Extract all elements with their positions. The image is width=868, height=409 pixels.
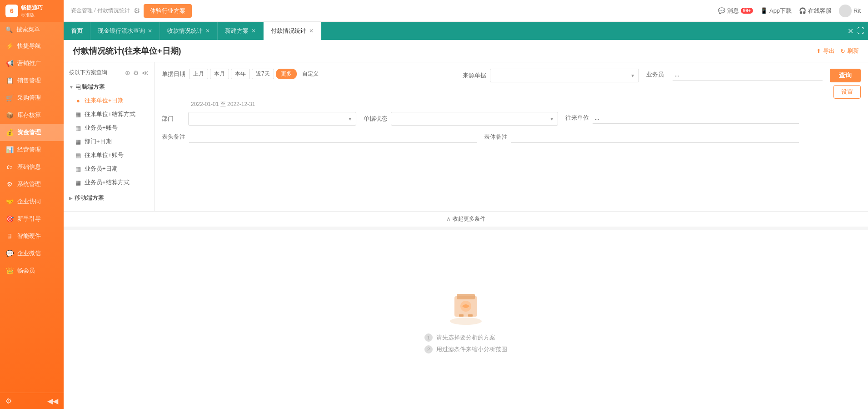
- scheme-pc-arrow-icon: ▼: [69, 85, 74, 90]
- sidebar-item-label: 畅会员: [17, 267, 35, 275]
- tab-close-bank-flow[interactable]: ✕: [148, 28, 152, 34]
- filter-row-3: 表头备注 表体备注: [162, 131, 861, 143]
- date-btn-this-month[interactable]: 本月: [210, 69, 229, 79]
- enterprise-icon: 🤝: [5, 197, 14, 206]
- sidebar-item-marketing[interactable]: 📢 营销推广: [0, 55, 64, 72]
- settings-button[interactable]: 设置: [833, 85, 861, 99]
- sidebar-collapse-icon[interactable]: ◀◀: [47, 397, 58, 405]
- svg-point-0: [450, 318, 482, 325]
- finance-icon: 💰: [5, 128, 14, 136]
- scheme-item-active-icon: ●: [75, 97, 82, 104]
- query-button[interactable]: 查询: [830, 69, 861, 82]
- scheme-pc-header[interactable]: ▼ 电脑端方案: [64, 80, 154, 94]
- top-header: 资金管理 / 付款情况统计 ⚙ 体验行业方案 💬 消息 99+ 📱 App下载 …: [64, 0, 868, 22]
- sidebar-item-system[interactable]: ⚙ 系统管理: [0, 176, 64, 193]
- tab-close-new-plan[interactable]: ✕: [251, 28, 256, 34]
- header-right: 💬 消息 99+ 📱 App下载 🎧 在线客服 Rit: [718, 5, 861, 17]
- tab-bank-flow-label: 现金银行流水查询: [98, 27, 145, 35]
- empty-state: 1 请先选择要分析的方案 2 用过滤条件来缩小分析范围: [64, 230, 868, 409]
- member-icon: 👑: [5, 267, 14, 275]
- tip-text-2: 用过滤条件来缩小分析范围: [436, 345, 507, 353]
- user-area[interactable]: Rit: [839, 5, 861, 17]
- sidebar-item-basic[interactable]: 🗂 基础信息: [0, 158, 64, 176]
- header-gear-icon[interactable]: ⚙: [134, 6, 140, 15]
- tab-new-plan[interactable]: 新建方案 ✕: [218, 22, 264, 40]
- body-remark-input[interactable]: [511, 131, 799, 143]
- sidebar-item-inventory[interactable]: 📦 库存核算: [0, 106, 64, 124]
- sidebar-settings-icon[interactable]: ⚙: [5, 397, 12, 405]
- sidebar-item-operations[interactable]: 📊 经营管理: [0, 141, 64, 158]
- tab-payment-stats[interactable]: 付款情况统计 ✕: [264, 22, 321, 40]
- scheme-item-staff-account[interactable]: ▦ 业务员+账号: [64, 121, 154, 135]
- collapse-bar[interactable]: ∧ 收起更多条件: [64, 211, 868, 227]
- staff-input[interactable]: [673, 69, 823, 81]
- tab-home[interactable]: 首页: [64, 22, 90, 40]
- tab-bank-flow[interactable]: 现金银行流水查询 ✕: [90, 22, 160, 40]
- sidebar-search[interactable]: 🔍 搜索菜单: [0, 22, 64, 37]
- sidebar-item-sales[interactable]: 📋 销售管理: [0, 72, 64, 89]
- svg-rect-5: [468, 314, 473, 317]
- sidebar-item-member[interactable]: 👑 畅会员: [0, 262, 64, 279]
- tab-receipts[interactable]: 收款情况统计 ✕: [160, 22, 218, 40]
- scheme-item-icon-4: ▤: [75, 151, 82, 159]
- export-icon: ⬆: [816, 48, 821, 55]
- scheme-mobile-header[interactable]: ▶ 移动端方案: [64, 191, 154, 205]
- dept-select[interactable]: ▼: [188, 112, 356, 126]
- trial-button[interactable]: 体验行业方案: [144, 4, 192, 18]
- date-btn-more[interactable]: 更多: [276, 69, 297, 79]
- action-buttons: 查询 设置: [830, 69, 861, 99]
- tab-bar-expand-icon[interactable]: ⛶: [857, 27, 864, 35]
- export-button[interactable]: ⬆ 导出: [816, 47, 835, 55]
- tab-close-payment-stats[interactable]: ✕: [309, 28, 314, 34]
- app-download-action[interactable]: 📱 App下载: [760, 7, 792, 15]
- scheme-item-staff-date[interactable]: ▦ 业务员+日期: [64, 162, 154, 176]
- scheme-header: 按以下方案查询 ⊕ ⚙ ≪: [64, 67, 154, 80]
- source-select[interactable]: ▼: [490, 69, 639, 82]
- date-btn-custom[interactable]: 自定义: [299, 69, 322, 79]
- sidebar-item-label: 系统管理: [17, 180, 41, 188]
- scheme-item-unit-account[interactable]: ▤ 往来单位+账号: [64, 148, 154, 162]
- filter-voucher-group: 单据状态 ▼: [364, 112, 558, 126]
- refresh-button[interactable]: ↻ 刷新: [840, 47, 859, 55]
- scheme-item-dept-date[interactable]: ▦ 部门+日期: [64, 135, 154, 148]
- sidebar-item-wechat[interactable]: 💬 企业微信: [0, 245, 64, 262]
- scheme-collapse-icon[interactable]: ≪: [142, 69, 149, 76]
- date-btn-7days[interactable]: 近7天: [252, 69, 274, 79]
- filter-source-group: 来源单据 ▼: [463, 69, 639, 82]
- partner-input[interactable]: [593, 112, 799, 124]
- scheme-settings-icon[interactable]: ⚙: [133, 69, 139, 76]
- tip-item-2: 2 用过滤条件来缩小分析范围: [424, 345, 507, 353]
- message-action[interactable]: 💬 消息 99+: [718, 7, 753, 15]
- scheme-add-icon[interactable]: ⊕: [125, 69, 130, 76]
- header-remark-input[interactable]: [189, 131, 477, 143]
- basic-icon: 🗂: [5, 163, 14, 171]
- query-body: 按以下方案查询 ⊕ ⚙ ≪ ▼ 电脑端方案 ●: [64, 62, 868, 211]
- tab-bar: 首页 现金银行流水查询 ✕ 收款情况统计 ✕ 新建方案 ✕ 付款情况统计 ✕ ✕…: [64, 22, 868, 40]
- logo-icon: 6: [5, 5, 18, 17]
- filter-header-remark-group: 表头备注: [162, 131, 477, 143]
- sidebar-item-purchase[interactable]: 🛒 采购管理: [0, 89, 64, 106]
- service-action[interactable]: 🎧 在线客服: [799, 7, 832, 15]
- scheme-item-staff-settle[interactable]: ▦ 业务员+结算方式: [64, 176, 154, 189]
- sidebar-item-quick-nav[interactable]: ⚡ 快捷导航: [0, 37, 64, 55]
- refresh-icon: ↻: [840, 48, 845, 55]
- voucher-select[interactable]: ▼: [391, 112, 558, 126]
- sidebar-item-hardware[interactable]: 🖥 智能硬件: [0, 227, 64, 245]
- date-btn-this-year[interactable]: 本年: [231, 69, 250, 79]
- scheme-item-unit-date[interactable]: ● 往来单位+日期: [64, 94, 154, 107]
- tip-num-2: 2: [424, 345, 433, 353]
- date-btn-last-month[interactable]: 上月: [189, 69, 208, 79]
- scheme-mobile-arrow-icon: ▶: [69, 196, 73, 201]
- tab-bar-close-icon[interactable]: ✕: [848, 27, 853, 35]
- scheme-item-unit-settle[interactable]: ▦ 往来单位+结算方式: [64, 107, 154, 121]
- filter-date-group: 单据日期 上月 本月 本年 近7天 更多 自定义: [162, 69, 455, 79]
- source-select-arrow: ▼: [630, 73, 635, 78]
- tab-close-receipts[interactable]: ✕: [205, 28, 210, 34]
- sidebar-item-enterprise[interactable]: 🤝 企业协同: [0, 193, 64, 210]
- tab-receipts-label: 收款情况统计: [167, 27, 203, 35]
- filter-area: 单据日期 上月 本月 本年 近7天 更多 自定义 来源单据: [155, 62, 868, 211]
- marketing-icon: 📢: [5, 59, 14, 67]
- sidebar-item-guide[interactable]: 🎯 新手引导: [0, 210, 64, 227]
- sidebar-item-finance[interactable]: 💰 资金管理: [0, 124, 64, 141]
- dept-filter-label: 部门: [162, 115, 185, 123]
